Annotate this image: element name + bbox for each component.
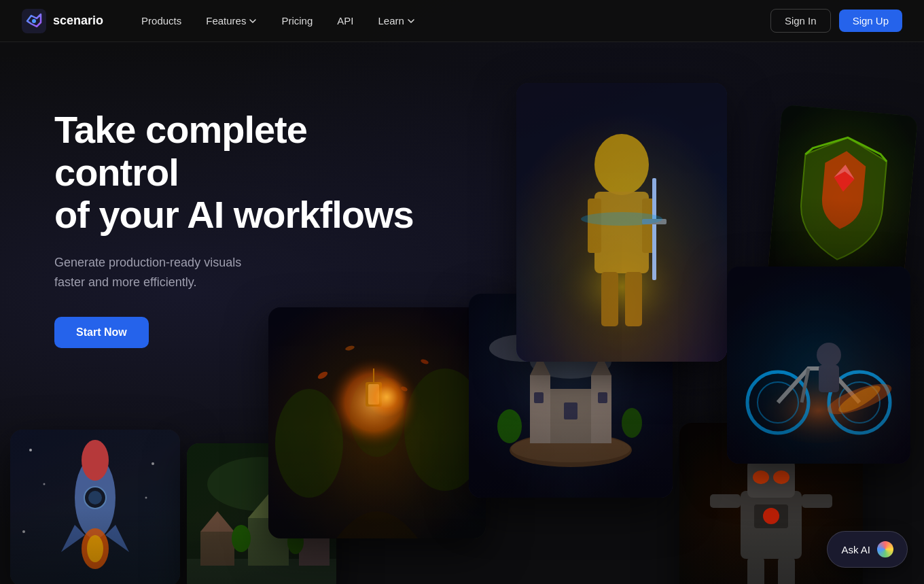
hero-subtitle: Generate production-ready visuals faster… xyxy=(54,253,435,292)
svg-point-3 xyxy=(554,233,690,341)
navigation: scenario Products Features Pricing API xyxy=(0,0,924,42)
svg-point-82 xyxy=(22,530,25,533)
card-rocket xyxy=(10,430,180,584)
svg-point-77 xyxy=(87,535,103,562)
svg-rect-60 xyxy=(747,460,795,498)
svg-point-42 xyxy=(510,433,632,467)
svg-rect-47 xyxy=(530,375,550,443)
svg-point-17 xyxy=(326,355,421,450)
nav-item-products[interactable]: Products xyxy=(130,10,192,32)
svg-marker-75 xyxy=(105,525,129,552)
svg-point-93 xyxy=(287,530,304,554)
svg-point-68 xyxy=(763,508,779,524)
card-shield xyxy=(767,105,918,292)
svg-rect-37 xyxy=(819,365,839,392)
svg-rect-55 xyxy=(564,402,578,419)
svg-rect-65 xyxy=(747,557,764,584)
svg-rect-6 xyxy=(588,199,601,253)
start-now-button[interactable]: Start Now xyxy=(54,317,149,348)
svg-rect-9 xyxy=(642,219,667,224)
svg-point-84 xyxy=(207,457,316,511)
svg-marker-54 xyxy=(601,345,615,354)
svg-marker-52 xyxy=(540,345,554,354)
svg-rect-56 xyxy=(534,392,544,403)
svg-marker-50 xyxy=(591,355,611,375)
svg-rect-25 xyxy=(767,105,918,292)
svg-rect-64 xyxy=(802,494,832,508)
svg-point-24 xyxy=(400,385,408,392)
svg-rect-66 xyxy=(778,557,795,584)
card-warrior xyxy=(516,83,727,362)
svg-point-78 xyxy=(29,449,32,451)
svg-rect-48 xyxy=(591,375,611,443)
svg-rect-2 xyxy=(516,83,727,362)
svg-point-4 xyxy=(594,134,649,195)
svg-point-41 xyxy=(530,345,611,379)
logo-text: scenario xyxy=(53,14,103,28)
svg-rect-38 xyxy=(469,294,673,498)
svg-point-95 xyxy=(301,458,320,477)
ask-ai-icon xyxy=(877,541,893,557)
svg-rect-86 xyxy=(200,532,234,566)
nav-item-api[interactable]: API xyxy=(326,10,364,32)
svg-marker-74 xyxy=(61,525,85,552)
svg-point-32 xyxy=(758,382,798,423)
svg-marker-87 xyxy=(200,511,234,532)
nav-item-pricing[interactable]: Pricing xyxy=(270,10,323,32)
svg-point-35 xyxy=(836,381,884,417)
svg-rect-7 xyxy=(642,199,656,253)
chevron-down-icon-2 xyxy=(407,17,415,25)
svg-point-44 xyxy=(497,409,522,443)
svg-point-33 xyxy=(839,382,880,423)
svg-point-22 xyxy=(420,358,429,365)
svg-rect-67 xyxy=(754,504,788,528)
svg-rect-8 xyxy=(652,178,656,280)
svg-point-12 xyxy=(581,212,662,226)
svg-point-62 xyxy=(773,470,789,484)
svg-point-39 xyxy=(489,334,557,362)
svg-rect-90 xyxy=(299,528,330,566)
hero-content: Take complete control of your AI workflo… xyxy=(54,109,435,348)
nav-links: Products Features Pricing API Learn xyxy=(130,10,426,32)
svg-point-21 xyxy=(317,371,329,381)
svg-marker-27 xyxy=(834,164,856,179)
card-bike xyxy=(727,267,910,464)
svg-point-92 xyxy=(232,525,251,552)
svg-point-43 xyxy=(511,435,630,462)
svg-point-61 xyxy=(753,470,769,484)
svg-point-94 xyxy=(294,458,318,483)
svg-rect-83 xyxy=(187,443,336,584)
chevron-down-icon xyxy=(249,17,257,25)
svg-rect-69 xyxy=(10,430,180,584)
svg-rect-59 xyxy=(741,491,802,559)
svg-rect-63 xyxy=(710,494,741,508)
hero-title: Take complete control of your AI workflo… xyxy=(54,109,435,237)
card-castle xyxy=(469,294,673,498)
svg-rect-5 xyxy=(594,192,649,273)
nav-item-features[interactable]: Features xyxy=(195,10,268,32)
svg-point-16 xyxy=(350,375,404,457)
svg-point-81 xyxy=(145,497,147,499)
nav-right: Sign In Sign Up xyxy=(770,9,902,33)
svg-rect-18 xyxy=(366,382,382,407)
ask-ai-button[interactable]: Ask AI xyxy=(827,531,908,568)
svg-rect-11 xyxy=(625,272,642,326)
svg-rect-88 xyxy=(248,518,289,566)
svg-point-15 xyxy=(404,368,486,491)
svg-rect-46 xyxy=(540,389,601,443)
signup-button[interactable]: Sign Up xyxy=(839,10,902,32)
svg-point-80 xyxy=(43,483,46,485)
nav-item-learn[interactable]: Learn xyxy=(368,10,426,32)
svg-point-34 xyxy=(824,378,895,420)
svg-point-29 xyxy=(751,362,887,443)
svg-point-72 xyxy=(84,487,106,509)
nav-left: scenario Products Features Pricing API xyxy=(22,9,426,33)
svg-point-70 xyxy=(75,457,116,538)
svg-point-14 xyxy=(275,389,343,498)
svg-rect-28 xyxy=(727,267,910,464)
logo[interactable]: scenario xyxy=(22,9,103,33)
svg-marker-89 xyxy=(248,494,289,518)
hero-section: Take complete control of your AI workflo… xyxy=(0,0,924,584)
signin-button[interactable]: Sign In xyxy=(770,9,831,33)
logo-icon xyxy=(22,9,46,33)
